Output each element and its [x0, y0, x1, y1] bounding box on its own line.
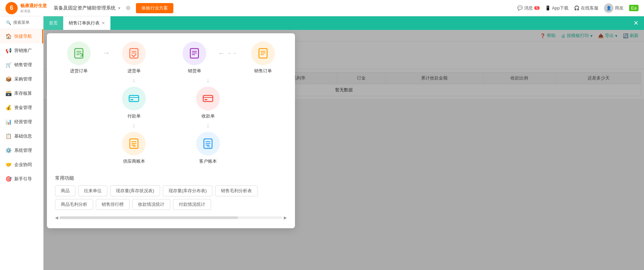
nav-label-finance: 资金管理 — [14, 105, 32, 111]
search-label: 搜索菜单 — [13, 20, 30, 25]
content-area: 首页 销售订单执行表 ✕ ✕ ❓ 帮助 🖨 — [43, 16, 644, 270]
nav-icon-quick-nav: 🏠 — [5, 33, 12, 39]
s3 — [158, 122, 184, 129]
func-button[interactable]: 销售毛利分析表 — [215, 185, 258, 196]
spacer5 — [239, 77, 287, 84]
modal-scrollbar-area: ◀ ▶ — [55, 215, 287, 220]
sidebar-item-inventory[interactable]: 🗃️库存核算 — [0, 86, 43, 101]
flow-down-arrows: ↓ ↓ — [55, 77, 287, 84]
flow-node-payment: 付款单 — [110, 87, 158, 119]
flow-label-sales-bill: 销货单 — [188, 68, 201, 74]
nav-icon-newbie: 🎯 — [5, 176, 12, 182]
user-ea-badge: Ea — [629, 5, 639, 11]
sidebar-item-marketing[interactable]: 📢营销推广 — [0, 43, 43, 58]
spacer3 — [158, 77, 184, 84]
flow-row-2: 付款单 收款单 — [55, 87, 287, 119]
spacer2 — [103, 77, 110, 84]
search-menu[interactable]: 🔍 搜索菜单 — [0, 16, 43, 29]
trial-button[interactable]: 体验行业方案 — [136, 3, 173, 13]
dropdown-arrow-icon[interactable]: ▾ — [118, 6, 120, 11]
func-button[interactable]: 付款情况统计 — [173, 199, 211, 210]
flow-down-arrows-2: ↓ ↓ — [55, 122, 287, 129]
tab-bar: 首页 销售订单执行表 ✕ ✕ — [43, 16, 644, 30]
flow-node-purchase-bill: 进货单 — [110, 41, 158, 74]
flow-label-purchase-bill: 进货单 — [127, 68, 141, 74]
svg-rect-15 — [129, 95, 139, 102]
common-functions: 常用功能 商品往来单位现存量(库存状况表)现存量(库存分布表)销售毛利分析表商品… — [55, 175, 287, 210]
nav-label-enterprise: 企业协同 — [14, 162, 32, 168]
main-area: 🔍 搜索菜单 🏠快捷导航📢营销推广🛒销售管理📦采购管理🗃️库存核算💰资金管理📊经… — [0, 16, 644, 270]
flow-label-sales-order: 销售订单 — [254, 68, 272, 74]
nav-icon-finance: 💰 — [5, 105, 12, 111]
nav-icon-enterprise: 🤝 — [5, 162, 12, 168]
user-label: 用友 — [615, 5, 624, 11]
sidebar-item-enterprise[interactable]: 🤝企业协同 — [0, 158, 43, 172]
func-button[interactable]: 商品毛利分析 — [55, 199, 93, 210]
sidebar-nav: 🏠快捷导航📢营销推广🛒销售管理📦采购管理🗃️库存核算💰资金管理📊经营管理📋基础信… — [0, 29, 43, 270]
func-buttons: 商品往来单位现存量(库存状况表)现存量(库存分布表)销售毛利分析表商品毛利分析销… — [55, 185, 287, 210]
sidebar-item-system[interactable]: ⚙️系统管理 — [0, 143, 43, 158]
scrollbar-track[interactable] — [59, 216, 282, 219]
top-bar: 6 畅康通好生意 标准版 装备及固定资产辅助管理系统 ▾ ⚙ 体验行业方案 💬 … — [0, 0, 644, 16]
flow-label-payment: 付款单 — [127, 113, 141, 119]
flow-circle-customer-ledger: 账 — [196, 132, 220, 156]
sidebar-item-purchase[interactable]: 📦采购管理 — [0, 72, 43, 86]
func-button[interactable]: 销售排行榜 — [96, 199, 129, 210]
flow-diagram: 进货订单 → — [55, 41, 287, 167]
func-button[interactable]: 商品 — [55, 185, 75, 196]
scroll-right-icon[interactable]: ▶ — [284, 215, 287, 220]
sidebar-item-quick-nav[interactable]: 🏠快捷导航 — [0, 29, 43, 43]
system-title: 装备及固定资产辅助管理系统 — [54, 5, 116, 11]
scrollbar-thumb — [59, 216, 238, 219]
app-download-action[interactable]: 📱 App下载 — [545, 5, 569, 11]
scroll-left-icon[interactable]: ◀ — [55, 215, 58, 220]
sidebar-item-base-info[interactable]: 📋基础信息 — [0, 129, 43, 143]
spacer4 — [232, 77, 239, 84]
message-icon: 💬 — [517, 5, 523, 11]
flow-row-1: 进货订单 → — [55, 41, 287, 74]
down-arrow-purchase: ↓ — [110, 77, 158, 84]
s2 — [103, 122, 110, 129]
func-button[interactable]: 现存量(库存状况表) — [110, 185, 160, 196]
flow-arrow-purchase: → — [103, 49, 110, 67]
modal-overlay[interactable]: 进货订单 → — [43, 30, 644, 270]
nav-label-system: 系统管理 — [14, 147, 32, 154]
logo-sub: 标准版 — [20, 9, 47, 14]
flow-node-supplier-ledger: 账 供应商账本 — [110, 132, 158, 164]
logo-char: 6 — [10, 4, 13, 12]
online-service-action[interactable]: 🎧 在线客服 — [574, 5, 598, 11]
sidebar-item-newbie[interactable]: 🎯新手引导 — [0, 172, 43, 186]
tab-sales-order[interactable]: 销售订单执行表 ✕ — [63, 16, 110, 30]
scroll-arrows: ◀ ▶ — [55, 215, 287, 220]
sidebar-item-finance[interactable]: 💰资金管理 — [0, 101, 43, 115]
svg-rect-17 — [130, 99, 133, 100]
s1 — [55, 122, 103, 129]
nav-icon-purchase: 📦 — [5, 76, 12, 82]
func-button[interactable]: 收款情况统计 — [132, 199, 170, 210]
logo-icon: 6 — [5, 2, 18, 14]
sidebar-item-operations[interactable]: 📊经营管理 — [0, 115, 43, 129]
func-button[interactable]: 往来单位 — [78, 185, 107, 196]
tab-close-icon[interactable]: ✕ — [102, 21, 105, 25]
flow-circle-sales-order — [251, 41, 275, 65]
func-button[interactable]: 现存量(库存分布表) — [163, 185, 213, 196]
flow-label-receipt: 收款单 — [202, 113, 215, 119]
app-download-label: App下载 — [552, 5, 569, 11]
download-icon: 📱 — [545, 5, 551, 11]
sidebar-item-sales[interactable]: 🛒销售管理 — [0, 58, 43, 72]
logo-area: 6 畅康通好生意 标准版 — [5, 2, 47, 14]
flow-circle-payment — [122, 87, 146, 110]
tab-home[interactable]: 首页 — [43, 16, 63, 30]
flow-circle-purchase-bill — [122, 41, 146, 65]
user-action[interactable]: 👤 用友 — [604, 3, 624, 13]
message-action[interactable]: 💬 消息 5 — [517, 5, 540, 11]
nav-label-purchase: 采购管理 — [14, 76, 32, 82]
common-functions-title: 常用功能 — [55, 175, 287, 181]
down-arrow-payment: ↓ — [110, 122, 158, 129]
tab-bar-close-icon[interactable]: ✕ — [633, 19, 639, 27]
gear-icon[interactable]: ⚙ — [126, 5, 130, 11]
search-icon: 🔍 — [6, 20, 11, 25]
flow-label-purchase-order: 进货订单 — [70, 68, 88, 74]
flow-row-3: 账 供应商账本 账 客户账本 — [55, 132, 287, 164]
flow-circle-purchase-order — [67, 41, 91, 65]
